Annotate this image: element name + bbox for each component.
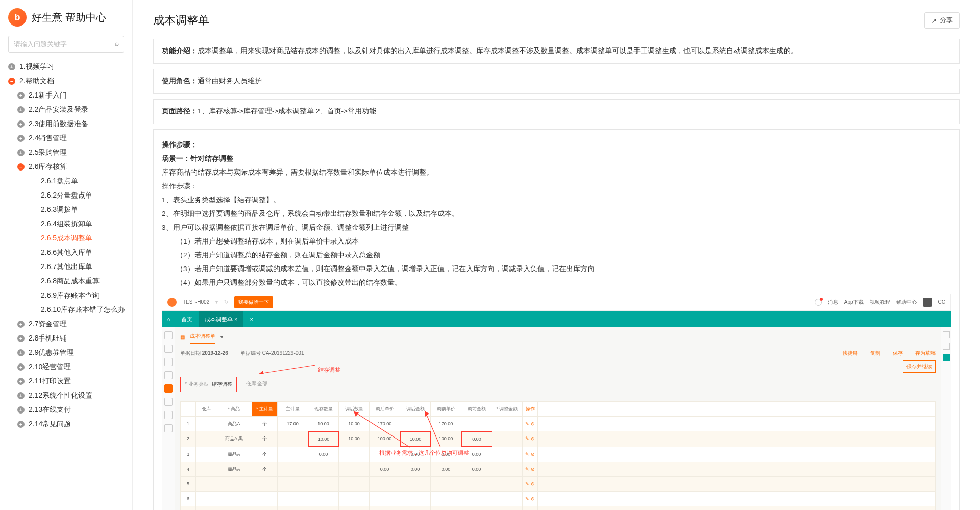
- grid-row-empty: 7 ✎ ⊝: [180, 506, 936, 510]
- grid-row: 1 商品A个 17.00 10.0010.00 170.00 170.00 ✎ …: [180, 417, 936, 431]
- nav-2-6-8[interactable]: 2.6.8商品成本重算: [27, 274, 132, 288]
- plus-icon: +: [17, 120, 24, 128]
- scenario-desc: 库存商品的结存成本与实际成本有差异，需要根据结存数量和实际单位成本进行调整。: [162, 165, 951, 179]
- nav-2-2[interactable]: +2.2产品安装及登录: [17, 103, 132, 117]
- no-label: 单据编号: [240, 350, 261, 356]
- main-content: 成本调整单 ↗ 分享 功能介绍：成本调整单，用来实现对商品结存成本的调整，以及针…: [133, 0, 980, 510]
- tab-home: 首页: [175, 311, 199, 327]
- shot-tabs: ⌂ 首页 成本调整单 × ×: [162, 311, 951, 327]
- nav-2-6-3[interactable]: 2.6.3调拨单: [27, 203, 132, 217]
- nav-2-3[interactable]: +2.3使用前数据准备: [17, 117, 132, 131]
- logo-icon: b: [8, 8, 27, 27]
- save-continue: 保存并继续: [903, 360, 936, 373]
- nav-2-6-2[interactable]: 2.6.2分量盘点单: [27, 188, 132, 203]
- share-button[interactable]: ↗ 分享: [924, 12, 960, 29]
- cta-button: 我要做啥一下: [234, 296, 273, 308]
- info-role: 使用角色：通常由财务人员维护: [153, 69, 960, 94]
- shot-body: ▦ 成本调整单 ▾ 单据日期 2019-12-26 单据编号 CA-201912…: [162, 327, 951, 510]
- rail-icon: [164, 358, 173, 366]
- menu-msg: 消息: [828, 297, 838, 307]
- info-label: 页面路径：: [162, 107, 198, 115]
- nav-2-6-6[interactable]: 2.6.6其他入库单: [27, 246, 132, 260]
- nav-2-14[interactable]: +2.14常见问题: [17, 417, 132, 431]
- screenshot-embed: TEST-H002 ▾ ↻ 我要做啥一下 消息 App下载 视频教程 帮助中心 …: [162, 294, 951, 510]
- col-mainunit: 主计量: [278, 402, 308, 416]
- nav-label: 2.12系统个性化设置: [29, 391, 92, 400]
- nav-2-8[interactable]: +2.8手机旺铺: [17, 331, 132, 346]
- brand-title: 好生意 帮助中心: [32, 11, 106, 25]
- info-text: 成本调整单，用来实现对商品结存成本的调整，以及针对具体的出入库单进行成本调整。库…: [198, 47, 798, 55]
- grid-row: 3 商品A个 0.00 0.000.00 0.00 ✎ ⊝: [180, 447, 936, 462]
- date-label: 单据日期: [180, 350, 201, 356]
- nav-2-6-4[interactable]: 2.6.4组装拆卸单: [27, 217, 132, 231]
- nav-2-12[interactable]: +2.12系统个性化设置: [17, 388, 132, 403]
- nav-2-6-10[interactable]: 2.6.10库存账本错了怎么办: [27, 303, 132, 317]
- plus-icon: +: [17, 135, 24, 142]
- type-row: * 业务类型结存调整 仓库 全部: [180, 377, 936, 392]
- rail-icon: [943, 331, 950, 338]
- nav-2-10[interactable]: +2.10经营管理: [17, 360, 132, 374]
- rail-icon: [164, 411, 173, 419]
- substep-1: （1）若用户想要调整结存成本，则在调后单价中录入成本: [162, 234, 951, 248]
- nav-label: 2.1新手入门: [29, 91, 67, 100]
- right-rail: [941, 327, 951, 510]
- col-adjamt: * 调整金额: [492, 402, 523, 416]
- nav-label: 2.帮助文档: [19, 77, 54, 86]
- brand-row: b 好生意 帮助中心: [8, 8, 132, 27]
- col-beforeprice: 调前单价: [431, 402, 461, 416]
- nav-2-9[interactable]: +2.9优惠券管理: [17, 346, 132, 360]
- nav-label: 2.10经营管理: [29, 362, 71, 372]
- plus-icon: +: [17, 392, 24, 399]
- step-1: 1、表头业务类型选择【结存调整】。: [162, 193, 951, 207]
- info-intro: 功能介绍：成本调整单，用来实现对商品结存成本的调整，以及针对具体的出入库单进行成…: [153, 39, 960, 64]
- nav-2-6-9[interactable]: 2.6.9库存账本查询: [27, 288, 132, 303]
- warehouse-field: 仓库 全部: [242, 377, 272, 392]
- nav-2-11[interactable]: +2.11打印设置: [17, 374, 132, 388]
- col-warehouse: 仓库: [196, 402, 216, 416]
- grid-header: 仓库 * 商品 * 主计量 主计量 现存数量 调后数量 调后单价 调后金额 调前…: [180, 401, 936, 417]
- nav-label: 2.5采购管理: [29, 148, 67, 157]
- nav-2-1[interactable]: +2.1新手入门: [17, 88, 132, 103]
- avatar-icon: [923, 298, 932, 307]
- shot-topbar: TEST-H002 ▾ ↻ 我要做啥一下 消息 App下载 视频教程 帮助中心 …: [162, 294, 951, 311]
- link-save: 保存: [893, 348, 903, 358]
- info-label: 使用角色：: [162, 77, 198, 85]
- shot-panel: ▦ 成本调整单 ▾ 单据日期 2019-12-26 单据编号 CA-201912…: [175, 327, 941, 510]
- steps2-heading: 操作步骤：: [162, 179, 951, 193]
- nav-2-4[interactable]: +2.4销售管理: [17, 131, 132, 145]
- nav-2-7[interactable]: +2.7资金管理: [17, 317, 132, 331]
- page-title: 成本调整单: [153, 13, 209, 28]
- nav-label: 1.视频学习: [19, 62, 54, 71]
- substep-4: （4）如果用户只调整部分数量的成本，可以直接修改带出的结存数量。: [162, 276, 951, 289]
- nav-2-6-1[interactable]: 2.6.1盘点单: [27, 174, 132, 188]
- nav-help-docs[interactable]: – 2.帮助文档: [8, 74, 132, 88]
- col-action: 操作: [523, 402, 538, 416]
- share-label: 分享: [940, 16, 953, 25]
- search-input[interactable]: [8, 36, 124, 53]
- red-annotation-type: 结存调整: [318, 364, 340, 375]
- menu-help: 帮助中心: [896, 297, 917, 307]
- nav-2-6-7[interactable]: 2.6.7其他出库单: [27, 260, 132, 274]
- nav-video[interactable]: + 1.视频学习: [8, 60, 132, 74]
- search-icon[interactable]: ⌕: [115, 39, 119, 47]
- nav-label: 2.11打印设置: [29, 377, 71, 386]
- rail-icon: [164, 345, 173, 353]
- nav-label: 2.6库存核算: [29, 162, 67, 172]
- step-3: 3、用户可以根据调整依据直接在调后单价、调后金额、调整金额列上进行调整: [162, 221, 951, 234]
- nav-2-6-5[interactable]: 2.6.5成本调整单: [27, 231, 132, 246]
- nav-label: 2.8手机旺铺: [29, 334, 67, 343]
- col-afterprice: 调后单价: [370, 402, 400, 416]
- col-stock: 现存数量: [308, 402, 339, 416]
- nav-2-13[interactable]: +2.13在线支付: [17, 403, 132, 417]
- nav-inventory-children: 2.6.1盘点单 2.6.2分量盘点单 2.6.3调拨单 2.6.4组装拆卸单 …: [17, 174, 132, 317]
- history-icon: ↻: [224, 297, 228, 307]
- plus-icon: +: [17, 363, 24, 371]
- nav-2-6[interactable]: –2.6库存核算: [17, 160, 132, 174]
- content-block: 操作步骤： 场景一：针对结存调整 库存商品的结存成本与实际成本有差异，需要根据结…: [153, 129, 960, 510]
- plus-icon: +: [17, 321, 24, 328]
- doc-tab-icon: ▦: [180, 332, 185, 343]
- plus-icon: +: [17, 106, 24, 113]
- rail-icon-active: [164, 384, 173, 393]
- user-name: CC: [938, 297, 945, 307]
- nav-2-5[interactable]: +2.5采购管理: [17, 145, 132, 160]
